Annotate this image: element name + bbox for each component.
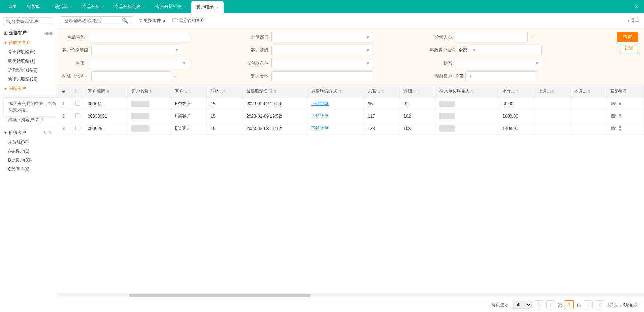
action-more-icon[interactable]: ⠿: [618, 113, 622, 119]
action-phone-icon[interactable]: ☎: [610, 113, 616, 119]
tab-purchase-close[interactable]: ×: [70, 4, 72, 9]
th-type[interactable]: 客户...⇅: [171, 85, 207, 98]
tab-customer-contact-close[interactable]: ×: [216, 5, 218, 9]
filter-type-select[interactable]: [271, 71, 373, 81]
sidebar-search-box[interactable]: 🔍: [3, 17, 53, 25]
settings-button[interactable]: 设置: [620, 44, 638, 53]
search-box[interactable]: 🔍: [61, 16, 133, 25]
sidebar-item-today-contact[interactable]: 今天待联络(0): [0, 48, 56, 57]
th-name[interactable]: 客户名称⇅: [128, 85, 171, 98]
sidebar-item-class-a[interactable]: A类客户(1): [0, 147, 56, 156]
filter-status-field: 状态 ▼: [430, 58, 605, 68]
sidebar-item-week-contact[interactable]: 近7天待联络(0): [0, 66, 56, 75]
sidebar-group-review[interactable]: ▼ 回顾客户: [0, 84, 56, 94]
page-prev-button[interactable]: ⟨: [546, 300, 555, 309]
filter-region-input[interactable]: [91, 71, 171, 81]
sidebar-all-customers[interactable]: ⊞ 全部客户 ◀◀: [0, 28, 56, 38]
th-no-contact[interactable]: 未联...⇅: [364, 85, 400, 98]
th-unit-contact[interactable]: 往来单位联系人⇅: [436, 85, 499, 98]
tab-analysis-close[interactable]: ×: [102, 4, 104, 9]
td-checkbox[interactable]: [71, 110, 84, 122]
sidebar-item-class-c[interactable]: C类客户(6): [0, 165, 56, 174]
page-last-button[interactable]: ⟩⟩: [596, 300, 604, 309]
search-icon[interactable]: 🔍: [122, 18, 128, 24]
search-input[interactable]: [64, 18, 122, 23]
th-overdue[interactable]: 逾期...⇅: [400, 85, 436, 98]
tab-customer-tier-close[interactable]: ×: [184, 4, 186, 9]
th-this-month[interactable]: 本月...⇅: [571, 85, 607, 98]
filter-payment-select[interactable]: ▼: [271, 58, 373, 68]
page-next-button[interactable]: ⟩: [584, 300, 593, 309]
tab-customer-tier[interactable]: 客户分层经营 ×: [150, 0, 191, 13]
action-more-icon[interactable]: ⠿: [618, 126, 622, 131]
th-settings[interactable]: ⚙: [56, 85, 71, 98]
filter-sparse-customer-select[interactable]: ▼: [465, 71, 538, 81]
caret-price-icon: ▼: [175, 48, 179, 52]
sidebar-group-value[interactable]: ▼ 价值客户 ↻ ✎: [0, 128, 56, 138]
filter-dept-select[interactable]: ▼: [271, 32, 373, 42]
scrollbar-thumb[interactable]: [129, 294, 311, 297]
tab-home[interactable]: 首页: [3, 0, 22, 13]
action-more-icon[interactable]: ⠿: [618, 101, 622, 106]
th-checkbox[interactable]: [71, 85, 84, 98]
sidebar-item-overdue-contact[interactable]: 逾期未联络(30): [0, 75, 56, 84]
td-action[interactable]: ☎⠿: [606, 122, 644, 135]
export-button[interactable]: ↑ 导出: [627, 17, 640, 24]
close-all-tabs-button[interactable]: ×: [632, 3, 641, 10]
sidebar-item-unsorted[interactable]: 未分组(32): [0, 138, 56, 147]
sidebar-collapse-button[interactable]: ◀◀: [44, 30, 52, 36]
th-last-way[interactable]: 最后联络方式⇅: [307, 85, 364, 98]
tab-analysis-label: 商品分析: [82, 4, 100, 10]
more-conditions-button[interactable]: ▽ 更多条件 ▲: [136, 16, 169, 25]
tab-sales-close[interactable]: ×: [42, 4, 44, 9]
sidebar-item-declining[interactable]: 持续下滑客户(2) ?: [0, 116, 56, 125]
tab-customer-contact[interactable]: 客户联络 ×: [191, 1, 223, 13]
top-tab-bar: 首页 销货单 × 进货单 × 商品分析 × 商品分析列表 × 客户分层经营 × …: [0, 0, 644, 13]
tab-purchase[interactable]: 进货单 ×: [49, 0, 77, 13]
th-code[interactable]: 客户编码⇅: [84, 85, 128, 98]
my-customers-checkbox[interactable]: [172, 18, 177, 23]
td-index: 1: [56, 98, 71, 110]
th-this-year[interactable]: 本年...⇅: [499, 85, 535, 98]
filter-person-select[interactable]: [455, 32, 528, 42]
td-last-way[interactable]: 下销货单: [307, 98, 364, 110]
td-last-way[interactable]: 下销货单: [307, 122, 364, 135]
edit-icon[interactable]: ✎: [48, 130, 52, 135]
td-checkbox[interactable]: [71, 122, 84, 135]
filter-region-more[interactable]: ···: [173, 74, 179, 79]
tab-sales[interactable]: 销货单 ×: [22, 0, 49, 13]
filter-customer-tier-select[interactable]: ▼: [271, 45, 373, 55]
page-size-select[interactable]: 50 20 100: [512, 301, 532, 309]
th-contacts[interactable]: 联络...⇅: [207, 85, 243, 98]
horizontal-scrollbar[interactable]: [56, 293, 644, 297]
filter-sparse-attr-select[interactable]: ▼: [469, 45, 542, 55]
page-first-button[interactable]: ⟨⟨: [535, 300, 543, 309]
my-customers-checkbox-area[interactable]: 我分管的客户: [172, 17, 205, 24]
td-action[interactable]: ☎⠿: [606, 98, 644, 110]
td-last-date: 2023-02-03 11:12:: [243, 122, 307, 135]
td-last-way[interactable]: 下销货单: [307, 110, 364, 122]
sidebar-search-input[interactable]: [11, 19, 51, 24]
td-contacts: 15: [207, 110, 243, 122]
sidebar-item-class-b[interactable]: B类客户(33): [0, 156, 56, 165]
sidebar-item-tomorrow-contact[interactable]: 明天待联络(1): [0, 57, 56, 66]
tab-analysis-list-close[interactable]: ×: [143, 4, 145, 9]
filter-phone-input[interactable]: [88, 32, 189, 42]
tab-analysis[interactable]: 商品分析 ×: [77, 0, 109, 13]
td-action[interactable]: ☎⠿: [606, 110, 644, 122]
action-phone-icon[interactable]: ☎: [610, 126, 616, 131]
sidebar-group-pending[interactable]: ▼ 待联络客户: [0, 38, 56, 48]
caret-nature-icon: ▼: [182, 61, 186, 65]
tab-analysis-list[interactable]: 商品分析列表 ×: [109, 0, 150, 13]
refresh-icon[interactable]: ↻: [43, 130, 47, 135]
query-button[interactable]: 查询: [617, 32, 638, 42]
action-phone-icon[interactable]: ☎: [610, 101, 616, 106]
filter-status-select[interactable]: ▼: [455, 58, 542, 68]
filter-nature-select[interactable]: ▼: [88, 58, 189, 68]
td-checkbox[interactable]: [71, 98, 84, 110]
th-last-month[interactable]: 上月...⇅: [535, 85, 571, 98]
th-last-date[interactable]: 最后联络日期⇅: [243, 85, 307, 98]
td-type: B类客户: [171, 98, 207, 110]
filter-price-tier-select[interactable]: ▼: [91, 45, 182, 55]
filter-person-more[interactable]: ···: [529, 35, 536, 40]
